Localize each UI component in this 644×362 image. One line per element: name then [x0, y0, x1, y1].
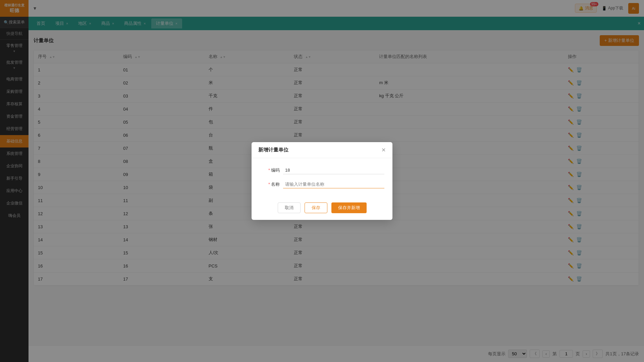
- modal-body: *编码 *名称: [252, 158, 392, 198]
- modal-title: 新增计量单位: [258, 147, 288, 153]
- form-row-code: *编码: [260, 166, 384, 174]
- modal-box: 新增计量单位 ✕ *编码 *名称 取消 保存 保存并新增: [252, 142, 392, 220]
- cancel-button[interactable]: 取消: [278, 202, 301, 213]
- save-button[interactable]: 保存: [305, 202, 327, 213]
- form-row-name: *名称: [260, 180, 384, 188]
- required-marker: *: [268, 168, 270, 173]
- name-label: *名称: [260, 181, 280, 187]
- required-marker: *: [268, 182, 270, 187]
- modal-footer: 取消 保存 保存并新增: [252, 198, 392, 220]
- code-input[interactable]: [283, 166, 384, 174]
- name-input[interactable]: [283, 180, 384, 188]
- code-label: *编码: [260, 167, 280, 173]
- modal-overlay: 新增计量单位 ✕ *编码 *名称 取消 保存 保存并新增: [0, 0, 644, 362]
- modal-header: 新增计量单位 ✕: [252, 142, 392, 158]
- save-and-new-button[interactable]: 保存并新增: [331, 202, 367, 213]
- modal-close-button[interactable]: ✕: [381, 147, 386, 153]
